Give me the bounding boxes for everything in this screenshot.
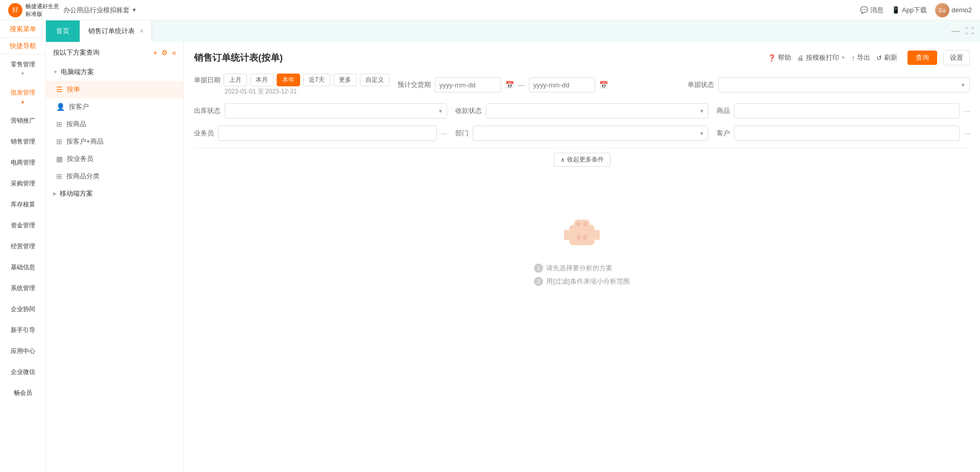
page-body: 按以下方案查询 + ⚙ « ▼ 电脑端方案 ☰ 按单 (46, 42, 980, 472)
status-select[interactable] (718, 77, 970, 92)
settings-scheme-button[interactable]: ⚙ (161, 49, 168, 57)
sidebar-item-wholesale[interactable]: 批发管理 ▲ (0, 82, 45, 110)
empty-tips: 1 请先选择要分析的方案 2 用[过滤]条件来缩小分析范围 (534, 264, 629, 286)
sidebar-item-finance[interactable]: 资金管理 (0, 215, 45, 236)
date-btn-custom[interactable]: 自定义 (360, 74, 389, 86)
sidebar-search[interactable]: 搜索菜单 (0, 20, 45, 38)
sidebar-item-retail[interactable]: 零售管理 ▼ (0, 54, 45, 82)
chevron-up-icon: ▲ (20, 99, 25, 104)
department-select[interactable] (473, 126, 708, 141)
goods-more-button[interactable]: ··· (964, 107, 970, 115)
sidebar-item-marketing[interactable]: 营销推广 (0, 110, 45, 131)
date-range-text: 2023-01-01 至 2023-12-31 (194, 87, 297, 96)
sidebar-item-vip[interactable]: 畅会员 (0, 383, 45, 404)
add-scheme-button[interactable]: + (153, 49, 157, 57)
payment-select[interactable] (486, 103, 708, 119)
table-icon: ⊞ (56, 120, 62, 128)
settings-button[interactable]: 设置 (943, 50, 970, 65)
collapse-panel-button[interactable]: « (172, 49, 176, 57)
collapse-bar: ∧ 收起更多条件 (194, 148, 970, 171)
tab-actions: — ⛶ (951, 27, 980, 36)
svg-rect-5 (583, 235, 587, 240)
message-icon: 💬 (860, 6, 868, 14)
tree-item-by-customer[interactable]: 👤 按客户 (46, 98, 183, 115)
query-button[interactable]: 查询 (908, 51, 937, 65)
date-filter-group: 单据日期 上月 本月 本年 近7天 更多 自定义 2023 (194, 74, 389, 96)
svg-point-3 (583, 222, 587, 226)
sidebar-item-basic[interactable]: 基础信息 (0, 257, 45, 278)
sidebar-item-appstore[interactable]: 应用中心 (0, 341, 45, 362)
expected-date-end[interactable] (529, 77, 595, 92)
logo-area: 好 畅捷通好生意 标准版 (8, 3, 59, 17)
print-button[interactable]: 🖨 按模板打印 ▼ (797, 53, 846, 62)
page-header: 销售订单统计表(按单) ❓ 帮助 🖨 按模板打印 ▼ ↑ (184, 42, 980, 65)
help-icon: ❓ (768, 54, 776, 62)
user-area[interactable]: Ea demo2 (935, 3, 972, 17)
date-btn-this-month[interactable]: 本月 (250, 74, 274, 86)
tree-item-by-goods[interactable]: ⊞ 按商品 (46, 115, 183, 133)
sidebar-item-newguide[interactable]: 新手引导 (0, 320, 45, 341)
shipment-field: 出库状态 ▼ (194, 103, 447, 119)
sidebar-shortcut[interactable]: 快捷导航 (0, 38, 45, 54)
customer-more-button[interactable]: ··· (964, 129, 970, 137)
expected-date-field: 预计交货期 📅 — 📅 (398, 77, 680, 92)
svg-rect-7 (595, 230, 600, 240)
tab-home[interactable]: 首页 (46, 20, 80, 42)
page-actions: ❓ 帮助 🖨 按模板打印 ▼ ↑ 导出 ↺ (768, 50, 970, 65)
goods-input[interactable] (734, 103, 960, 119)
tree-parent-mobile[interactable]: ▶ 移动端方案 (46, 185, 183, 202)
person-icon: 👤 (56, 103, 65, 111)
salesperson-input[interactable] (218, 126, 437, 141)
export-button[interactable]: ↑ 导出 (852, 53, 871, 62)
top-bar: 好 畅捷通好生意 标准版 办公用品行业模拟账套 ▼ 💬 消息 📱 App下载 E… (0, 0, 980, 20)
table-icon: ⊞ (56, 172, 62, 180)
sidebar-item-system[interactable]: 系统管理 (0, 278, 45, 299)
tab-close-icon[interactable]: × (140, 28, 143, 35)
date-btn-this-year[interactable]: 本年 (277, 74, 300, 86)
sidebar-item-purchase[interactable]: 采购管理 (0, 173, 45, 194)
date-btn-last-month[interactable]: 上月 (224, 74, 247, 86)
message-button[interactable]: 💬 消息 (860, 6, 884, 15)
collapse-button[interactable]: ∧ 收起更多条件 (554, 153, 610, 167)
tree-item-by-order[interactable]: ☰ 按单 (46, 81, 183, 98)
date-btn-7days[interactable]: 近7天 (303, 74, 330, 86)
salesperson-more-button[interactable]: ··· (441, 129, 447, 137)
tab-minimize-button[interactable]: — (951, 27, 960, 36)
left-panel: 按以下方案查询 + ⚙ « ▼ 电脑端方案 ☰ 按单 (46, 42, 184, 472)
tab-maximize-button[interactable]: ⛶ (966, 27, 974, 36)
customer-input[interactable] (734, 126, 960, 141)
shipment-select[interactable] (225, 103, 447, 119)
refresh-button[interactable]: ↺ 刷新 (876, 53, 897, 62)
bar-chart-icon: ▦ (56, 155, 63, 163)
status-select-wrapper: ▼ (718, 77, 970, 92)
chevron-down-icon: ▼ (53, 69, 58, 75)
tree-item-by-goods-category[interactable]: ⊞ 按商品分类 (46, 168, 183, 185)
expected-date-start[interactable] (435, 77, 501, 92)
empty-tip-1: 1 请先选择要分析的方案 (534, 264, 629, 273)
app-download-button[interactable]: 📱 App下载 (892, 6, 927, 15)
logo-icon: 好 (8, 3, 22, 17)
sidebar-item-weixin[interactable]: 企业微信 (0, 362, 45, 383)
tree-item-by-salesperson[interactable]: ▦ 按业务员 (46, 150, 183, 168)
date-btn-more[interactable]: 更多 (333, 74, 357, 86)
right-content: 销售订单统计表(按单) ❓ 帮助 🖨 按模板打印 ▼ ↑ (184, 42, 980, 472)
svg-rect-6 (564, 230, 569, 240)
tree-parent-desktop[interactable]: ▼ 电脑端方案 (46, 63, 183, 81)
filter-row-2: 出库状态 ▼ 收款状态 (194, 103, 970, 119)
goods-field: 商品 ··· (717, 103, 970, 119)
panel-actions: + ⚙ « (153, 49, 176, 57)
tab-sales-order-stats[interactable]: 销售订单统计表 × (80, 20, 152, 42)
chevron-down-icon: ▼ (132, 7, 137, 13)
sidebar-item-inventory[interactable]: 库存核算 (0, 194, 45, 215)
sidebar-item-enterprise[interactable]: 企业协同 (0, 299, 45, 320)
sidebar-item-operations[interactable]: 经营管理 (0, 236, 45, 257)
chevron-right-icon: ▶ (53, 191, 57, 196)
sidebar-item-sales[interactable]: 销售管理 (0, 131, 45, 152)
tree-item-by-customer-goods[interactable]: ⊞ 按客户+商品 (46, 133, 183, 150)
sidebar-item-ecommerce[interactable]: 电商管理 (0, 152, 45, 173)
salesperson-field: 业务员 ··· (194, 126, 447, 141)
app-selector[interactable]: 办公用品行业模拟账套 ▼ (63, 6, 137, 15)
help-button[interactable]: ❓ 帮助 (768, 53, 791, 62)
list-icon: ☰ (56, 85, 63, 93)
filter-row-3: 业务员 ··· 部门 ▼ (194, 126, 970, 141)
